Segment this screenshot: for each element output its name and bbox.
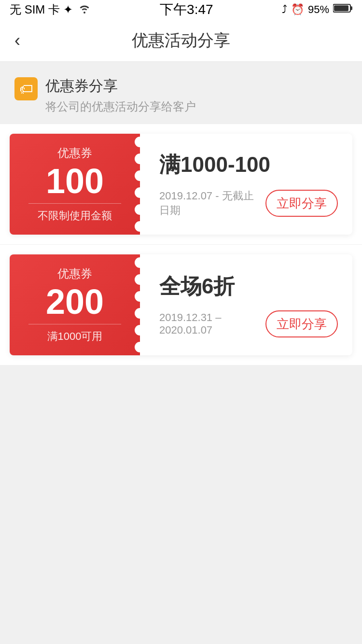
coupon-1-condition: 满1000可用 xyxy=(47,329,103,344)
battery-text: 95% xyxy=(308,3,329,16)
coupon-0-name: 满1000-100 xyxy=(159,151,338,179)
status-time: 下午3:47 xyxy=(160,0,213,19)
wifi-icon xyxy=(78,3,91,16)
coupon-0-share-button[interactable]: 立即分享 xyxy=(265,190,338,217)
coupon-section-icon: 🏷 xyxy=(14,77,38,100)
sim-text: 无 SIM 卡 ✦ xyxy=(10,2,73,17)
svg-rect-1 xyxy=(350,6,352,10)
section-text: 优惠券分享 将公司的优惠活动分享给客户 xyxy=(45,76,196,114)
svg-rect-2 xyxy=(334,5,348,11)
coupon-1-name: 全场6折 xyxy=(159,272,338,301)
nav-bar: ‹ 优惠活动分享 xyxy=(0,19,362,62)
coupon-0-right: 满1000-100 2019.12.07 - 无截止日期 立即分享 xyxy=(140,134,352,235)
coupon-item-1: 优惠券 200 满1000可用 全场6折 2019.12.31 – 2020.0… xyxy=(0,245,362,365)
status-left: 无 SIM 卡 ✦ xyxy=(10,2,91,17)
coupon-list: 优惠券 100 不限制使用金额 满1000-100 2019.12.07 - 无… xyxy=(0,124,362,365)
coupon-0-amount: 100 xyxy=(46,164,104,198)
back-button[interactable]: ‹ xyxy=(14,30,20,51)
coupon-0-bottom: 2019.12.07 - 无截止日期 立即分享 xyxy=(159,189,338,218)
coupon-0-divider xyxy=(28,203,121,204)
coupon-0-condition: 不限制使用金额 xyxy=(38,209,112,223)
coupon-1-share-button[interactable]: 立即分享 xyxy=(265,310,338,337)
section-header: 🏷 优惠券分享 将公司的优惠活动分享给客户 xyxy=(0,62,362,124)
status-right: ⤴ ⏰ 95% xyxy=(282,3,352,16)
coupon-1-date: 2019.12.31 – 2020.01.07 xyxy=(159,311,261,336)
alarm-icon: ⏰ xyxy=(291,3,304,16)
empty-background xyxy=(0,365,362,644)
battery-icon xyxy=(333,3,352,16)
coupon-1-divider xyxy=(28,324,121,324)
coupon-0-label: 优惠券 xyxy=(57,145,92,161)
coupon-0-date: 2019.12.07 - 无截止日期 xyxy=(159,189,261,218)
svg-text:🏷: 🏷 xyxy=(19,82,33,97)
coupon-1-label: 优惠券 xyxy=(57,266,92,281)
location-icon: ⤴ xyxy=(282,3,287,16)
section-description: 将公司的优惠活动分享给客户 xyxy=(45,99,196,114)
coupon-1-right: 全场6折 2019.12.31 – 2020.01.07 立即分享 xyxy=(140,254,352,355)
coupon-item-0: 优惠券 100 不限制使用金额 满1000-100 2019.12.07 - 无… xyxy=(0,124,362,245)
status-bar: 无 SIM 卡 ✦ 下午3:47 ⤴ ⏰ 95% xyxy=(0,0,362,19)
section-title: 优惠券分享 xyxy=(45,76,196,96)
coupon-1-amount: 200 xyxy=(46,284,104,319)
page-title: 优惠活动分享 xyxy=(132,29,230,52)
coupon-1-bottom: 2019.12.31 – 2020.01.07 立即分享 xyxy=(159,310,338,337)
